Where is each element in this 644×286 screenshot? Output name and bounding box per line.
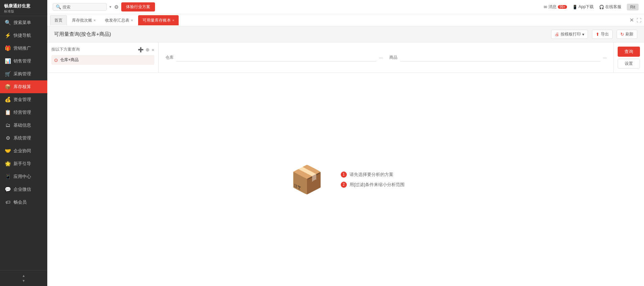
sidebar-item-label: 销售管理 — [14, 58, 31, 64]
goods-field-label: 商品 — [389, 55, 397, 60]
sidebar-item-finance[interactable]: 💰 资金管理 — [0, 93, 47, 106]
user-avatar[interactable]: Rit — [627, 4, 639, 10]
export-button[interactable]: ⬆ 导出 — [592, 30, 613, 39]
dropdown-arrow-icon[interactable]: ▾ — [109, 5, 111, 9]
page-title: 可用量查询(按仓库+商品) — [54, 31, 111, 37]
scroll-down-arrow[interactable]: ▼ — [21, 278, 26, 283]
tab-available-close-icon[interactable]: × — [172, 18, 174, 22]
sidebar-item-sales[interactable]: 📊 销售管理 — [0, 55, 47, 68]
tip-text-1: 请先选择要分析的方案 — [350, 172, 393, 178]
settings-gear-icon[interactable]: ⚙ — [114, 4, 119, 10]
print-button[interactable]: 🖨 按模板打印 ▾ — [551, 30, 588, 39]
page-actions: 🖨 按模板打印 ▾ ⬆ 导出 ↻ 刷新 — [551, 30, 637, 39]
warehouse-field-label: 仓库 — [165, 55, 174, 60]
tab-close-all-icon[interactable]: ✕ — [629, 17, 634, 23]
sidebar-item-purchase[interactable]: 🛒 采购管理 — [0, 68, 47, 80]
print-icon: 🖨 — [555, 32, 559, 37]
message-label: 消息 — [548, 4, 557, 10]
tabs-actions: ✕ ⛶ — [629, 17, 641, 23]
page-header: 可用量查询(按仓库+商品) 🖨 按模板打印 ▾ ⬆ 导出 ↻ 刷新 — [47, 26, 644, 43]
scheme-item-warehouse-goods[interactable]: ⊙ 仓库+商品 — [51, 55, 154, 65]
search-input[interactable] — [62, 5, 103, 9]
app-icon: 📱 — [572, 5, 577, 9]
tip-item-2: 2 用[过滤]条件来缩小分析范围 — [341, 182, 405, 188]
print-dropdown-icon[interactable]: ▾ — [582, 32, 584, 37]
sidebar-item-newbie[interactable]: 🌟 新手引导 — [0, 157, 47, 170]
tab-available[interactable]: 可用量库存账本 × — [138, 15, 179, 25]
message-button[interactable]: ✉ 消息 99+ — [544, 4, 567, 10]
sidebar-header: 畅康通好生意 标准版 — [0, 0, 47, 16]
tip-number-2: 2 — [341, 182, 347, 188]
scheme-label: 仓库+商品 — [60, 57, 79, 63]
sidebar-edition: 标准版 — [4, 9, 43, 14]
tip-item-1: 1 请先选择要分析的方案 — [341, 172, 405, 178]
sidebar-item-wechat[interactable]: 💬 企业微信 — [0, 183, 47, 196]
scheme-settings-icon[interactable]: ⊕ — [146, 47, 150, 52]
tab-home[interactable]: 首页 — [50, 15, 67, 25]
sidebar-item-marketing[interactable]: 🎁 营销推广 — [0, 42, 47, 55]
chart-icon: 📊 — [5, 58, 11, 64]
search-icon: 🔍 — [5, 20, 11, 26]
goods-field: 商品 ··· — [389, 54, 607, 61]
goods-more-icon[interactable]: ··· — [603, 55, 607, 60]
refresh-icon: ↻ — [620, 32, 624, 37]
sidebar-item-system[interactable]: ⚙ 系统管理 — [0, 132, 47, 145]
app-download-button[interactable]: 📱 App下载 — [572, 4, 594, 10]
warehouse-more-icon[interactable]: ··· — [379, 55, 383, 60]
query-button[interactable]: 查询 — [618, 47, 640, 57]
tab-summary-close-icon[interactable]: × — [131, 18, 133, 22]
topbar: 🔍 ▾ ⚙ 体验行业方案 ✉ 消息 99+ 📱 App下载 🎧 在线客服 Rit — [47, 0, 644, 14]
scroll-up-arrow[interactable]: ▲ — [21, 273, 26, 278]
query-sidebar-actions: ➕ ⊕ « — [138, 47, 154, 52]
empty-state: 📦 1 请先选择要分析的方案 2 用[过滤]条件来缩小分析范围 — [47, 73, 644, 286]
cart-icon: 🛒 — [5, 71, 11, 77]
tip-number-1: 1 — [341, 172, 347, 178]
sidebar-item-shortcut[interactable]: ⚡ 快捷导航 — [0, 29, 47, 42]
query-fields: 仓库 ··· 商品 ··· — [159, 43, 613, 73]
star-icon: 🌟 — [5, 161, 11, 167]
tab-summary[interactable]: 收发存汇总表 × — [101, 15, 137, 25]
query-sidebar-header: 按以下方案查询 ➕ ⊕ « — [51, 47, 154, 52]
sidebar-item-member[interactable]: 🏷 畅会员 — [0, 196, 47, 209]
collapse-icon[interactable]: « — [152, 47, 154, 52]
handshake-icon: 🤝 — [5, 148, 11, 154]
money-icon: 💰 — [5, 97, 11, 103]
sidebar-item-basic[interactable]: 🗂 基础信息 — [0, 119, 47, 132]
sidebar-item-inventory[interactable]: 📦 库存核算 — [0, 80, 47, 93]
refresh-label: 刷新 — [625, 31, 634, 37]
sidebar-item-label: 系统管理 — [14, 135, 31, 141]
topbar-left: 🔍 ▾ ⚙ 体验行业方案 — [53, 2, 155, 11]
refresh-button[interactable]: ↻ 刷新 — [617, 30, 637, 39]
sidebar-item-label: 基础信息 — [14, 122, 31, 128]
sidebar-item-operations[interactable]: 📋 经营管理 — [0, 106, 47, 119]
tab-summary-label: 收发存汇总表 — [105, 18, 129, 23]
message-badge: 99+ — [558, 5, 567, 9]
industry-solution-button[interactable]: 体验行业方案 — [121, 2, 155, 11]
goods-input[interactable] — [400, 54, 600, 61]
flash-icon: ⚡ — [5, 32, 11, 38]
mobile-icon: 📱 — [5, 174, 11, 180]
add-scheme-icon[interactable]: ➕ — [138, 47, 144, 52]
sidebar-item-enterprise[interactable]: 🤝 企业协同 — [0, 145, 47, 157]
warehouse-input[interactable] — [176, 54, 377, 61]
sidebar-item-apps[interactable]: 📱 应用中心 — [0, 170, 47, 183]
topbar-search-box[interactable]: 🔍 — [53, 3, 107, 11]
expand-icon[interactable]: ⛶ — [637, 18, 641, 23]
operations-icon: 📋 — [5, 109, 11, 115]
gift-icon: 🎁 — [5, 45, 11, 51]
query-action-buttons: 查询 设置 — [613, 43, 644, 73]
query-area: 按以下方案查询 ➕ ⊕ « ⊙ 仓库+商品 仓库 ··· 商品 ·· — [47, 43, 644, 73]
column-settings-button[interactable]: 设置 — [618, 59, 640, 69]
online-service-button[interactable]: 🎧 在线客服 — [599, 4, 621, 10]
sidebar-item-label: 畅会员 — [14, 199, 27, 205]
sidebar-item-search[interactable]: 🔍 搜索菜单 — [0, 16, 47, 29]
sidebar-item-label: 搜索菜单 — [14, 20, 31, 26]
sidebar-scroll-arrows: ▲ ▼ — [0, 273, 47, 283]
message-icon: ✉ — [544, 5, 547, 9]
tab-batch-close-icon[interactable]: × — [94, 18, 96, 22]
sidebar-brand: 畅康通好生意 — [4, 3, 43, 9]
tab-batch[interactable]: 库存批次账 × — [68, 15, 100, 25]
empty-illustration: 📦 — [287, 159, 327, 200]
empty-tips: 1 请先选择要分析的方案 2 用[过滤]条件来缩小分析范围 — [341, 172, 405, 188]
avatar-text: Rit — [630, 5, 635, 9]
